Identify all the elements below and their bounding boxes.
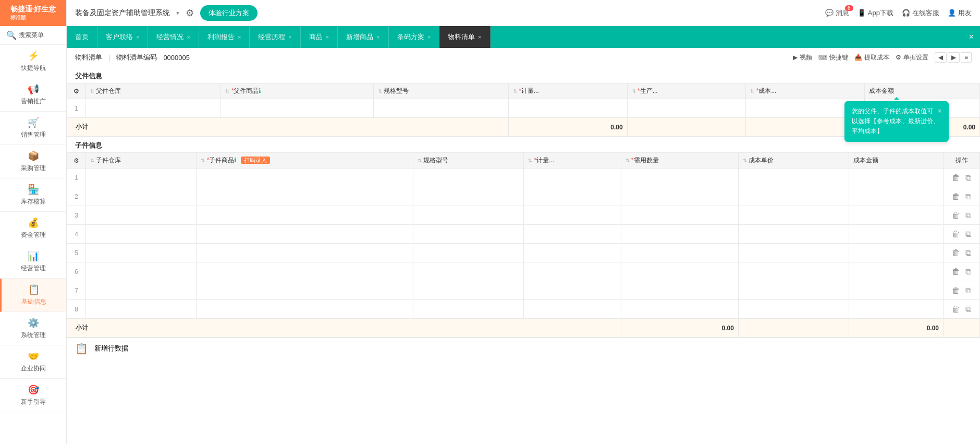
sidebar-item-search[interactable]: 🔍 搜索菜单 <box>0 26 66 45</box>
child-row-quantity[interactable] <box>524 244 621 262</box>
sort-icon[interactable]: ⇅ <box>90 88 94 94</box>
close-all-tabs-button[interactable]: × <box>963 32 980 42</box>
child-row-cost-amount[interactable] <box>849 169 944 187</box>
child-row-warehouse[interactable] <box>86 244 197 262</box>
app-download-button[interactable]: 📱 App下载 <box>858 8 893 18</box>
delete-row-button[interactable]: 🗑 <box>950 173 962 183</box>
child-row-product[interactable] <box>197 206 413 225</box>
sidebar-item-purchase[interactable]: 📦 采购管理 <box>0 145 66 178</box>
sidebar-item-finance[interactable]: 💰 资金管理 <box>0 212 66 245</box>
child-row-warehouse[interactable] <box>86 300 197 319</box>
copy-row-button[interactable]: ⧉ <box>964 230 973 239</box>
sort-icon[interactable]: ⇅ <box>90 158 94 163</box>
parent-row1-warehouse[interactable] <box>86 99 221 118</box>
parent-row1-spec[interactable] <box>373 99 508 118</box>
add-row-icon[interactable]: 📋 <box>75 342 88 355</box>
child-row-unit-cost[interactable] <box>738 169 849 187</box>
tab-new-goods[interactable]: 新增商品 × <box>338 26 388 48</box>
settings-icon[interactable]: ⚙ <box>186 7 194 19</box>
child-row-quantity[interactable] <box>524 262 621 281</box>
child-row-spec[interactable] <box>413 206 523 225</box>
tab-operations-status-close[interactable]: × <box>187 34 190 40</box>
delete-row-button[interactable]: 🗑 <box>950 192 962 201</box>
delete-row-button[interactable]: 🗑 <box>950 248 962 258</box>
copy-row-button[interactable]: ⧉ <box>964 248 973 258</box>
child-row-quantity[interactable] <box>524 187 621 206</box>
child-row-spec[interactable] <box>413 225 523 244</box>
child-row-product[interactable] <box>197 225 413 244</box>
tab-profit-report[interactable]: 利润报告 × <box>199 26 250 48</box>
delete-row-button[interactable]: 🗑 <box>950 305 962 314</box>
tooltip-close-button[interactable]: × <box>938 106 941 116</box>
tab-material-list-close[interactable]: × <box>478 34 481 40</box>
child-row-quantity[interactable] <box>524 281 621 300</box>
sort-icon[interactable]: ⇅ <box>225 88 229 94</box>
child-row-spec[interactable] <box>413 300 523 319</box>
sidebar-item-operations[interactable]: 📊 经营管理 <box>0 245 66 279</box>
view-button[interactable]: ▶ 视频 <box>793 53 812 62</box>
single-settings-button[interactable]: ⚙ 单据设置 <box>896 53 928 62</box>
child-row-product[interactable] <box>197 281 413 300</box>
sort-icon[interactable]: ⇅ <box>632 88 636 94</box>
copy-row-button[interactable]: ⧉ <box>964 286 973 295</box>
sort-icon[interactable]: ⇅ <box>528 158 532 163</box>
message-button[interactable]: 💬 消息 6 <box>825 8 849 18</box>
delete-row-button[interactable]: 🗑 <box>950 286 962 295</box>
tab-ops-history-close[interactable]: × <box>288 34 291 40</box>
sidebar-item-system[interactable]: ⚙️ 系统管理 <box>0 312 66 345</box>
user-menu[interactable]: 👤 用友 <box>948 8 972 18</box>
trial-button[interactable]: 体验行业方案 <box>200 5 258 21</box>
tab-customer[interactable]: 客户联络 × <box>97 26 148 48</box>
child-row-cost-amount[interactable] <box>849 300 944 319</box>
parent-row1-production[interactable] <box>627 99 746 118</box>
tab-profit-report-close[interactable]: × <box>238 34 241 40</box>
child-row-product[interactable] <box>197 262 413 281</box>
tab-customer-close[interactable]: × <box>136 34 139 40</box>
child-row-product[interactable] <box>197 169 413 187</box>
child-col-settings[interactable]: ⚙ <box>67 153 86 169</box>
child-row-needed-qty[interactable] <box>621 244 738 262</box>
parent-col-settings[interactable]: ⚙ <box>67 83 86 99</box>
child-row-unit-cost[interactable] <box>738 244 849 262</box>
sort-icon[interactable]: ⇅ <box>626 158 630 163</box>
sidebar-item-marketing[interactable]: 📢 营销推广 <box>0 78 66 112</box>
sidebar-item-sales[interactable]: 🛒 销售管理 <box>0 112 66 145</box>
delete-row-button[interactable]: 🗑 <box>950 230 962 239</box>
child-row-spec[interactable] <box>413 281 523 300</box>
child-row-spec[interactable] <box>413 169 523 187</box>
topbar-dropdown-arrow[interactable]: ▾ <box>176 9 179 17</box>
child-row-cost-amount[interactable] <box>849 262 944 281</box>
child-row-warehouse[interactable] <box>86 281 197 300</box>
child-row-spec[interactable] <box>413 262 523 281</box>
sort-icon[interactable]: ⇅ <box>378 88 382 94</box>
child-row-quantity[interactable] <box>524 169 621 187</box>
child-row-cost-amount[interactable] <box>849 281 944 300</box>
copy-row-button[interactable]: ⧉ <box>964 192 973 201</box>
child-row-unit-cost[interactable] <box>738 187 849 206</box>
scan-badge[interactable]: 扫码录入 <box>241 157 270 164</box>
tab-barcode-close[interactable]: × <box>427 34 431 40</box>
child-row-warehouse[interactable] <box>86 169 197 187</box>
sort-icon[interactable]: ⇅ <box>418 158 422 163</box>
child-row-unit-cost[interactable] <box>738 262 849 281</box>
child-row-warehouse[interactable] <box>86 225 197 244</box>
child-row-needed-qty[interactable] <box>621 281 738 300</box>
online-service-button[interactable]: 🎧 在线客服 <box>902 8 939 18</box>
child-row-needed-qty[interactable] <box>621 206 738 225</box>
child-row-warehouse[interactable] <box>86 206 197 225</box>
tab-operations-status[interactable]: 经营情况 × <box>148 26 199 48</box>
child-row-unit-cost[interactable] <box>738 281 849 300</box>
child-row-needed-qty[interactable] <box>621 225 738 244</box>
add-row-label[interactable]: 新增行数据 <box>94 344 128 353</box>
sidebar-item-quick-nav[interactable]: ⚡ 快捷导航 <box>0 45 66 78</box>
child-row-product[interactable] <box>197 300 413 319</box>
tab-new-goods-close[interactable]: × <box>376 34 379 40</box>
tab-barcode[interactable]: 条码方案 × <box>389 26 439 48</box>
sidebar-item-guide[interactable]: 🎯 新手引导 <box>0 379 66 412</box>
tab-material-list[interactable]: 物料清单 × <box>439 26 490 48</box>
parent-row1-quantity[interactable] <box>508 99 627 118</box>
child-row-cost-amount[interactable] <box>849 225 944 244</box>
copy-row-button[interactable]: ⧉ <box>964 267 973 277</box>
breadcrumb-material-list[interactable]: 物料清单 <box>75 53 102 62</box>
child-row-spec[interactable] <box>413 187 523 206</box>
